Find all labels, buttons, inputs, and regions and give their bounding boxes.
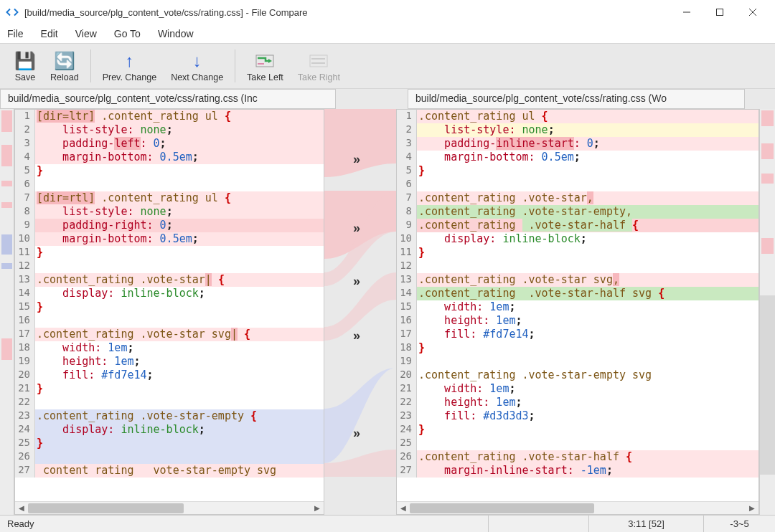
code-text[interactable]: height: 1em; — [35, 355, 324, 369]
code-line[interactable]: 6 — [15, 178, 324, 191]
code-text[interactable] — [35, 450, 324, 464]
reload-button[interactable]: 🔄 Reload — [43, 46, 86, 86]
code-text[interactable]: [dir=ltr] .content_rating ul { — [35, 110, 324, 123]
code-line[interactable]: 22 height: 1em; — [397, 396, 758, 409]
code-line[interactable]: 4 margin-bottom: 0.5em; — [397, 151, 758, 164]
code-line[interactable]: 5} — [397, 164, 758, 178]
code-line[interactable]: 2 list-style: none; — [15, 123, 324, 137]
code-line[interactable]: 19 — [397, 355, 758, 369]
right-overview-gutter[interactable] — [759, 109, 775, 515]
code-line[interactable]: 13.content_rating .vote-star svg, — [397, 273, 758, 287]
code-text[interactable] — [35, 178, 324, 191]
code-line[interactable]: 27 content rating vote-star-empty svg — [15, 464, 324, 478]
code-line[interactable]: 9.content_rating .vote-star-half { — [397, 219, 758, 232]
code-text[interactable]: .content_rating .vote-star-empty { — [35, 409, 324, 423]
code-line[interactable]: 18} — [397, 341, 758, 355]
right-file-tab[interactable]: build/media_source/plg_content_vote/css/… — [408, 89, 745, 109]
code-text[interactable]: width: 1em; — [417, 382, 758, 396]
code-line[interactable]: 24} — [397, 423, 758, 437]
code-line[interactable]: 26.content_rating .vote-star-half { — [397, 450, 758, 464]
left-horizontal-scrollbar[interactable]: ◀ ▶ — [15, 501, 324, 514]
code-text[interactable]: list-style: none; — [35, 205, 324, 219]
code-text[interactable]: fill: #fd7e14; — [417, 328, 758, 341]
code-text[interactable]: width: 1em; — [417, 300, 758, 314]
code-text[interactable]: .content_rating .vote-star| { — [35, 273, 324, 287]
code-line[interactable]: 20 fill: #fd7e14; — [15, 369, 324, 382]
code-text[interactable]: display: inline-block; — [35, 287, 324, 300]
code-text[interactable]: padding-inline-start: 0; — [417, 137, 758, 151]
code-line[interactable]: 6 — [397, 178, 758, 191]
menu-file[interactable]: File — [4, 27, 27, 41]
left-file-tab[interactable]: build/media_source/plg_content_vote/css/… — [0, 89, 336, 109]
code-line[interactable]: 4 margin-bottom: 0.5em; — [15, 151, 324, 164]
code-text[interactable]: height: 1em; — [417, 314, 758, 328]
code-line[interactable]: 16 height: 1em; — [397, 314, 758, 328]
right-horizontal-scrollbar[interactable]: ◀ ▶ — [397, 501, 758, 514]
code-text[interactable]: } — [35, 437, 324, 450]
close-button[interactable] — [736, 1, 769, 23]
code-text[interactable]: height: 1em; — [417, 396, 758, 409]
maximize-button[interactable] — [703, 1, 736, 23]
code-line[interactable]: 11} — [397, 246, 758, 260]
code-line[interactable]: 18 width: 1em; — [15, 341, 324, 355]
code-line[interactable]: 22 — [15, 396, 324, 409]
menu-view[interactable]: View — [72, 27, 100, 41]
code-line[interactable]: 10 display: inline-block; — [397, 232, 758, 246]
code-text[interactable]: } — [417, 246, 758, 260]
code-text[interactable]: } — [417, 341, 758, 355]
code-text[interactable]: } — [35, 246, 324, 260]
scroll-right-icon[interactable]: ▶ — [746, 502, 758, 515]
code-line[interactable]: 12 — [397, 260, 758, 273]
code-line[interactable]: 13.content_rating .vote-star| { — [15, 273, 324, 287]
merge-right-icon[interactable]: » — [353, 426, 360, 441]
code-line[interactable]: 23 fill: #d3d3d3; — [397, 409, 758, 423]
left-code-pane[interactable]: 1[dir=ltr] .content_rating ul {2 list-st… — [14, 109, 324, 515]
code-line[interactable]: 17 fill: #fd7e14; — [397, 328, 758, 341]
code-text[interactable]: list-style: none; — [417, 123, 758, 137]
code-text[interactable]: fill: #d3d3d3; — [417, 409, 758, 423]
code-text[interactable]: .content_rating .vote-star svg, — [417, 273, 758, 287]
code-text[interactable]: .content_rating .vote-star-empty, — [417, 205, 758, 219]
code-line[interactable]: 5} — [15, 164, 324, 178]
code-text[interactable] — [417, 437, 758, 450]
code-line[interactable]: 19 height: 1em; — [15, 355, 324, 369]
code-text[interactable]: margin-bottom: 0.5em; — [35, 232, 324, 246]
code-text[interactable]: content rating vote-star-empty svg — [35, 464, 324, 478]
code-text[interactable] — [417, 260, 758, 273]
code-line[interactable]: 16 — [15, 314, 324, 328]
left-overview-gutter[interactable] — [0, 109, 14, 515]
code-line[interactable]: 1[dir=ltr] .content_rating ul { — [15, 110, 324, 123]
merge-right-icon[interactable]: » — [353, 152, 360, 167]
code-text[interactable]: padding-right: 0; — [35, 219, 324, 232]
code-text[interactable] — [35, 260, 324, 273]
code-text[interactable]: .content_rating ul { — [417, 110, 758, 123]
code-line[interactable]: 7[dir=rtl] .content_rating ul { — [15, 191, 324, 205]
code-text[interactable]: .content_rating .vote-star-empty svg — [417, 369, 758, 382]
code-line[interactable]: 9 padding-right: 0; — [15, 219, 324, 232]
code-line[interactable]: 2 list-style: none; — [397, 123, 758, 137]
code-line[interactable]: 12 — [15, 260, 324, 273]
code-line[interactable]: 25} — [15, 437, 324, 450]
diff-splitter[interactable]: » » » » » — [324, 109, 396, 515]
code-text[interactable] — [417, 178, 758, 191]
code-line[interactable]: 14 display: inline-block; — [15, 287, 324, 300]
scroll-left-icon[interactable]: ◀ — [15, 502, 28, 515]
code-text[interactable]: fill: #fd7e14; — [35, 369, 324, 382]
code-text[interactable] — [35, 396, 324, 409]
code-text[interactable]: } — [35, 382, 324, 396]
code-line[interactable]: 25 — [397, 437, 758, 450]
code-text[interactable]: margin-bottom: 0.5em; — [417, 151, 758, 164]
code-text[interactable]: .content_rating .vote-star-half { — [417, 219, 758, 232]
merge-right-icon[interactable]: » — [353, 328, 360, 343]
code-line[interactable]: 11} — [15, 246, 324, 260]
merge-right-icon[interactable]: » — [353, 221, 360, 236]
right-code-pane[interactable]: 1.content_rating ul {2 list-style: none;… — [396, 109, 759, 515]
minimize-button[interactable] — [670, 1, 703, 23]
next-change-button[interactable]: ↓ Next Change — [164, 46, 230, 86]
code-line[interactable]: 17.content_rating .vote-star svg| { — [15, 328, 324, 341]
scroll-right-icon[interactable]: ▶ — [311, 502, 324, 515]
code-text[interactable]: [dir=rtl] .content_rating ul { — [35, 191, 324, 205]
code-text[interactable]: .content_rating .vote-star-half { — [417, 450, 758, 464]
code-line[interactable]: 8.content_rating .vote-star-empty, — [397, 205, 758, 219]
code-line[interactable]: 14.content_rating .vote-star-half svg { — [397, 287, 758, 300]
